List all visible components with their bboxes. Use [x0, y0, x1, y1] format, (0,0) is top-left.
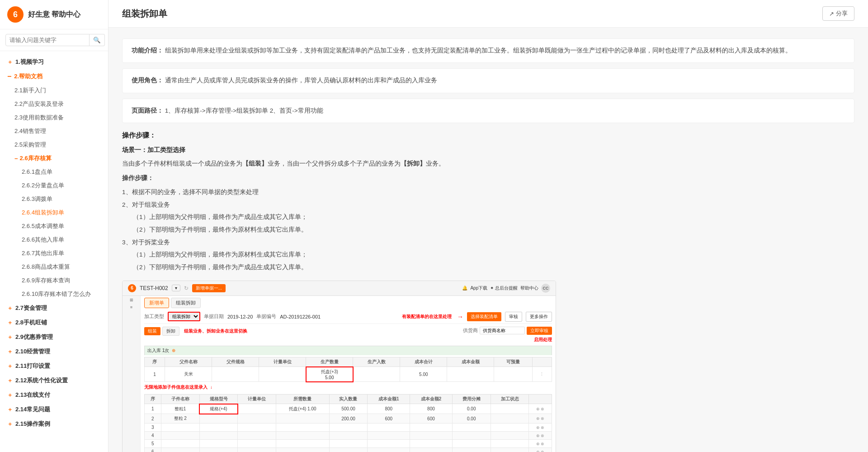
sc-add-row-icon[interactable]: ⊕ — [172, 348, 175, 353]
sc-type-switch-area: 组装 拆卸 组装业务、拆卸业务在这里切换 — [144, 327, 247, 336]
sidebar-item-cost-recalc[interactable]: 2.6.8商品成本重算 — [0, 260, 108, 274]
sc-disassembly-btn[interactable]: 拆卸 — [162, 327, 179, 336]
sc-create-btn[interactable]: 新增单据一... — [192, 284, 226, 292]
sc-bcol-seq: 序 — [145, 394, 161, 404]
nav-label: 2.13在线支付 — [15, 391, 50, 399]
nav-label: 2.15操作案例 — [15, 420, 50, 428]
nav-label: 2.4销售管理 — [14, 127, 46, 135]
sc-avatar: CC — [541, 284, 550, 293]
sc-top-text2: ✦ 总后台提醒 — [490, 285, 518, 291]
sc-cell-spec — [212, 367, 259, 382]
search-input[interactable] — [5, 34, 90, 46]
nav-label: 2.6.4组装拆卸单 — [22, 209, 64, 217]
sidebar-item-purchase[interactable]: 2.5采购管理 — [0, 138, 108, 152]
sidebar-item-ledger-fix[interactable]: 2.6.10库存账本错了怎么办 — [0, 287, 108, 301]
sidebar-item-print[interactable]: ＋ 2.11打印设置 — [0, 359, 108, 373]
nav-label: 2.1新手入门 — [14, 86, 46, 95]
screenshot-mockup: 6 TEST-H002 ▾ ↻ 新增单据一... 🔔 App下载 ✦ 总后台提醒… — [122, 281, 556, 452]
nav-label: 2.14常见问题 — [15, 405, 50, 414]
page-title: 组装拆卸单 — [122, 8, 167, 20]
sidebar-item-partial-stocktake[interactable]: 2.6.2分量盘点单 — [0, 179, 108, 192]
sidebar-item-data-prep[interactable]: 2.3使用前数据准备 — [0, 111, 108, 124]
sc-date-label: 单据日期 — [204, 313, 224, 320]
table-row: 5⊕ ⊗ — [145, 440, 552, 448]
nav-label: 2.6.8商品成本重算 — [22, 263, 70, 271]
sc-col-cost-amount: 成本金额 — [447, 357, 494, 367]
sidebar-item-management[interactable]: ＋ 2.10经营管理 — [0, 344, 108, 359]
sidebar-item-label: 2.帮助文档 — [14, 72, 42, 81]
sc-select-bom-btn[interactable]: 选择装配清单 — [467, 312, 501, 321]
sc-tab-assembly[interactable]: 组装拆卸 — [171, 298, 201, 308]
sidebar-item-cost-adjust[interactable]: 2.6.5成本调整单 — [0, 219, 108, 233]
nav-label: 2.5采购管理 — [14, 141, 46, 149]
sidebar-item-finance[interactable]: ＋ 2.7资金管理 — [0, 301, 108, 315]
nav-label: 2.6库存核算 — [20, 154, 52, 162]
sc-middle-section: 组装 拆卸 组装业务、拆卸业务在这里切换 供货商 立即审核 启用处理 — [144, 324, 552, 346]
sidebar-item-help-docs[interactable]: − 2.帮助文档 — [0, 69, 108, 84]
sc-upper-table-header: 出入库 1次 ⊕ — [144, 346, 552, 355]
table-row: 1 整粒1 规格(+4) 托盘(+4) 1.00 500.00 800 800 … — [145, 404, 552, 414]
sc-dropdown: ▾ — [172, 285, 180, 291]
nav-label: 2.6.6其他入库单 — [22, 236, 64, 244]
step-2: 2、对于组装业务 （1）上部明细为父件明细，最终作为产成品生成其它入库单； （2… — [122, 199, 854, 236]
sidebar-item-personalize[interactable]: ＋ 2.12系统个性化设置 — [0, 373, 108, 388]
sc-more-btn[interactable]: 更多操作 — [526, 312, 552, 322]
sidebar-item-newbie[interactable]: 2.1新手入门 — [0, 84, 108, 97]
nav-label: 2.2产品安装及登录 — [14, 100, 64, 108]
search-area: 🔍 — [0, 29, 108, 51]
sc-cell-cost-total: 5.00 — [400, 367, 447, 382]
sidebar-item-faq[interactable]: ＋ 2.14常见问题 — [0, 402, 108, 417]
sc-cell-seq: 1 — [145, 367, 165, 382]
sidebar-item-inventory-ledger[interactable]: 2.6.9库存账本查询 — [0, 274, 108, 287]
sidebar-item-sales[interactable]: 2.4销售管理 — [0, 124, 108, 138]
sc-home-icon: ⊞ — [130, 298, 133, 302]
role-text: 通常由生产人员或库管人员完成拆装业务的操作，库管人员确认原材料的出库和产成品的入… — [165, 77, 437, 84]
share-button[interactable]: ↗ 分享 — [822, 6, 854, 21]
sidebar-item-payment[interactable]: ＋ 2.13在线支付 — [0, 388, 108, 402]
nav-label: 2.6.3调拨单 — [22, 195, 52, 203]
step-1: 1、根据不同的业务，选择不同单据的类型来处理 — [122, 186, 854, 198]
sc-type-select[interactable]: 组装拆卸 — [168, 312, 200, 321]
nav-label: 2.7资金管理 — [15, 304, 47, 312]
sc-logo: 6 — [128, 284, 136, 292]
sidebar-header: 6 好生意 帮助中心 — [0, 0, 108, 29]
sidebar-item-install[interactable]: 2.2产品安装及登录 — [0, 97, 108, 111]
sidebar-item-video[interactable]: ＋ 1.视频学习 — [0, 55, 108, 69]
sidebar-item-other-out[interactable]: 2.6.7其他出库单 — [0, 247, 108, 260]
sc-assembly-btn[interactable]: 组装 — [144, 327, 160, 335]
role-label: 使用角色： — [132, 77, 163, 84]
sidebar-item-coupon[interactable]: ＋ 2.9优惠券管理 — [0, 330, 108, 344]
nav-label: 2.9优惠券管理 — [15, 333, 53, 341]
sc-annotation-bottom: 无限地添加子件信息在这里录入 — [144, 384, 208, 390]
sidebar-item-other-in[interactable]: 2.6.6其他入库单 — [0, 233, 108, 247]
sc-tab-new[interactable]: 新增单 — [144, 298, 169, 308]
plus-icon: ＋ — [7, 377, 13, 385]
sc-refresh-icon: ↻ — [184, 285, 189, 291]
table-row: 6⊕ ⊗ — [145, 448, 552, 452]
sc-supplier-input[interactable] — [480, 327, 525, 334]
role-block: 使用角色： 通常由生产人员或库管人员完成拆装业务的操作，库管人员确认原材料的出库… — [122, 68, 854, 93]
sc-col-unit: 计量单位 — [259, 357, 306, 367]
sidebar-item-stocktake[interactable]: 2.6.1盘点单 — [0, 165, 108, 179]
sc-supplier-label: 供货商 — [463, 327, 478, 334]
ops-steps-heading: 操作步骤： — [122, 172, 854, 184]
sc-cell-unit — [259, 367, 306, 382]
sc-approve-btn[interactable]: 审核 — [505, 312, 522, 322]
sidebar-item-transfer[interactable]: 2.6.3调拨单 — [0, 192, 108, 206]
operations-heading: 操作步骤： — [122, 131, 854, 140]
sc-bcol-alloc: 费用分摊 — [452, 394, 491, 404]
intro-block: 功能介绍： 组装拆卸单用来处理企业组装或拆卸等加工业务，支持有固定装配清单的产品… — [122, 38, 854, 63]
main-content: 组装拆卸单 ↗ 分享 功能介绍： 组装拆卸单用来处理企业组装或拆卸等加工业务，支… — [108, 0, 868, 452]
sidebar-item-assembly[interactable]: 2.6.4组装拆卸单 — [0, 206, 108, 219]
sc-save-btn[interactable]: 立即审核 — [527, 327, 552, 335]
sc-col-available: 可预量 — [494, 357, 532, 367]
step-3-2: （2）下部明细为子件明细，最终作为产成品生成其它入库单。 — [133, 262, 854, 273]
scene-description: 当由多个子件材料组装成一个成品的业务为【组装】业务，当由一个父件拆分成多个子产品… — [122, 158, 854, 170]
search-button[interactable]: 🔍 — [90, 34, 105, 46]
sidebar-item-cases[interactable]: ＋ 2.15操作案例 — [0, 417, 108, 431]
sidebar-item-inventory[interactable]: − 2.6库存核算 — [0, 152, 108, 165]
nav-label: 2.6.9库存账本查询 — [22, 276, 70, 285]
sc-col-cost-total: 成本合计 — [400, 357, 447, 367]
sidebar-item-mobile[interactable]: ＋ 2.8手机旺铺 — [0, 315, 108, 330]
steps-list: 1、根据不同的业务，选择不同单据的类型来处理 2、对于组装业务 （1）上部明细为… — [122, 186, 854, 273]
